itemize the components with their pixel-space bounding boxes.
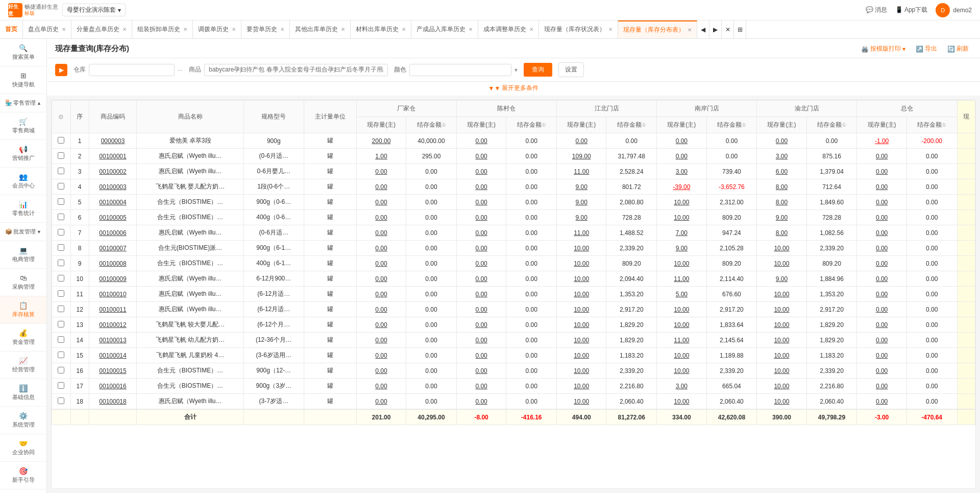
row-c-stock[interactable]: 0.00: [456, 302, 506, 317]
row-t-stock[interactable]: 0.00: [857, 225, 906, 241]
row-f-stock[interactable]: 0.00: [356, 333, 406, 348]
row-f-stock[interactable]: 0.00: [356, 271, 406, 287]
row-t-stock[interactable]: 0.00: [857, 302, 906, 317]
row-na-stock[interactable]: -39.00: [657, 179, 706, 195]
row-checkbox[interactable]: [58, 183, 64, 190]
row-check[interactable]: [52, 287, 71, 302]
row-checkbox[interactable]: [58, 152, 64, 159]
row-jb-stock[interactable]: 11.00: [557, 164, 606, 179]
row-code[interactable]: 00100012: [89, 317, 137, 333]
row-code[interactable]: 00100018: [89, 394, 137, 410]
row-jb-stock[interactable]: 10.00: [557, 379, 606, 394]
row-c-stock[interactable]: 0.00: [456, 271, 506, 287]
row-yb-stock[interactable]: 10.00: [757, 302, 806, 317]
row-jb-stock[interactable]: 10.00: [557, 348, 606, 363]
row-checkbox[interactable]: [58, 290, 64, 297]
row-f-stock[interactable]: 0.00: [356, 225, 406, 241]
row-c-stock[interactable]: 0.00: [456, 195, 506, 210]
row-checkbox[interactable]: [58, 397, 64, 404]
row-c-stock[interactable]: 0.00: [456, 348, 506, 363]
row-code[interactable]: 00100008: [89, 256, 137, 271]
row-na-stock[interactable]: 11.00: [657, 333, 706, 348]
tab-3[interactable]: 组装拆卸单历史 ✕: [132, 20, 193, 39]
tab-5[interactable]: 要货单历史 ✕: [241, 20, 290, 39]
sidebar-item-retail-shop[interactable]: 🛒 零售商城: [0, 112, 46, 140]
row-na-stock[interactable]: 9.00: [657, 241, 706, 256]
row-checkbox[interactable]: [58, 336, 64, 343]
row-check[interactable]: [52, 348, 71, 363]
row-t-stock[interactable]: 0.00: [857, 317, 906, 333]
row-t-stock[interactable]: 0.00: [857, 271, 906, 287]
row-f-stock[interactable]: 0.00: [356, 256, 406, 271]
row-code[interactable]: 00100004: [89, 195, 137, 210]
row-code[interactable]: 00100006: [89, 225, 137, 241]
row-t-stock[interactable]: 0.00: [857, 210, 906, 225]
row-jb-stock[interactable]: 10.00: [557, 271, 606, 287]
row-yb-stock[interactable]: 6.00: [757, 164, 806, 179]
row-code[interactable]: 00100003: [89, 179, 137, 195]
row-c-stock[interactable]: 0.00: [456, 287, 506, 302]
row-f-stock[interactable]: 0.00: [356, 394, 406, 410]
tab-6-close[interactable]: ✕: [341, 27, 345, 32]
row-na-stock[interactable]: 10.00: [657, 394, 706, 410]
print-btn[interactable]: 🖨️ 按模版打印 ▾: [858, 43, 909, 55]
row-check[interactable]: [52, 256, 71, 271]
row-check[interactable]: [52, 133, 71, 149]
tab-10-close[interactable]: ✕: [608, 27, 612, 32]
row-check[interactable]: [52, 210, 71, 225]
row-yb-stock[interactable]: 10.00: [757, 394, 806, 410]
row-jb-stock[interactable]: 10.00: [557, 241, 606, 256]
row-checkbox[interactable]: [58, 137, 64, 144]
row-na-stock[interactable]: 10.00: [657, 363, 706, 379]
row-code[interactable]: 00100007: [89, 241, 137, 256]
row-check[interactable]: [52, 333, 71, 348]
row-checkbox[interactable]: [58, 321, 64, 327]
row-f-stock[interactable]: 0.00: [356, 348, 406, 363]
row-yb-stock[interactable]: 10.00: [757, 287, 806, 302]
row-code[interactable]: 00100005: [89, 210, 137, 225]
row-f-stock[interactable]: 0.00: [356, 363, 406, 379]
row-code[interactable]: 00100011: [89, 302, 137, 317]
row-code[interactable]: 00100014: [89, 348, 137, 363]
sidebar-item-marketing[interactable]: 📢 营销推广: [0, 140, 46, 168]
export-btn[interactable]: ↗️ 导出: [913, 43, 940, 55]
row-na-stock[interactable]: 10.00: [657, 302, 706, 317]
tab-expand[interactable]: ⊞: [734, 20, 746, 39]
row-check[interactable]: [52, 195, 71, 210]
row-checkbox[interactable]: [58, 198, 64, 205]
tab-3-close[interactable]: ✕: [183, 27, 187, 32]
row-yb-stock[interactable]: 8.00: [757, 225, 806, 241]
row-c-stock[interactable]: 0.00: [456, 317, 506, 333]
row-check[interactable]: [52, 363, 71, 379]
tab-9-close[interactable]: ✕: [529, 27, 533, 32]
row-na-stock[interactable]: 10.00: [657, 348, 706, 363]
row-yb-stock[interactable]: 8.00: [757, 195, 806, 210]
row-checkbox[interactable]: [58, 382, 64, 389]
row-f-stock[interactable]: 200.00: [356, 133, 406, 149]
row-f-stock[interactable]: 0.00: [356, 164, 406, 179]
row-yb-stock[interactable]: 10.00: [757, 348, 806, 363]
tab-10[interactable]: 现存量（库存状况表）✕: [539, 20, 618, 39]
tab-5-close[interactable]: ✕: [280, 27, 284, 32]
row-t-stock[interactable]: 0.00: [857, 394, 906, 410]
row-jb-stock[interactable]: 9.00: [557, 210, 606, 225]
sidebar-item-nav[interactable]: ⊞ 快捷导航: [0, 66, 46, 94]
row-c-stock[interactable]: 0.00: [456, 225, 506, 241]
info-icon-1[interactable]: ①: [442, 122, 446, 128]
row-code[interactable]: 00100016: [89, 379, 137, 394]
row-checkbox[interactable]: [58, 306, 64, 312]
sidebar-item-purchase[interactable]: 🛍 采购管理: [0, 269, 46, 296]
row-na-stock[interactable]: 3.00: [657, 379, 706, 394]
row-checkbox[interactable]: [58, 275, 64, 281]
sidebar-item-business[interactable]: 📈 经营管理: [0, 351, 46, 379]
row-check[interactable]: [52, 179, 71, 195]
color-input[interactable]: [409, 64, 511, 76]
row-c-stock[interactable]: 0.00: [456, 256, 506, 271]
row-c-stock[interactable]: 0.00: [456, 333, 506, 348]
row-t-stock[interactable]: 0.00: [857, 164, 906, 179]
row-t-stock[interactable]: 0.00: [857, 333, 906, 348]
row-na-stock[interactable]: 7.00: [657, 225, 706, 241]
row-code[interactable]: 00100015: [89, 363, 137, 379]
row-jb-stock[interactable]: 10.00: [557, 287, 606, 302]
row-checkbox[interactable]: [58, 168, 64, 174]
